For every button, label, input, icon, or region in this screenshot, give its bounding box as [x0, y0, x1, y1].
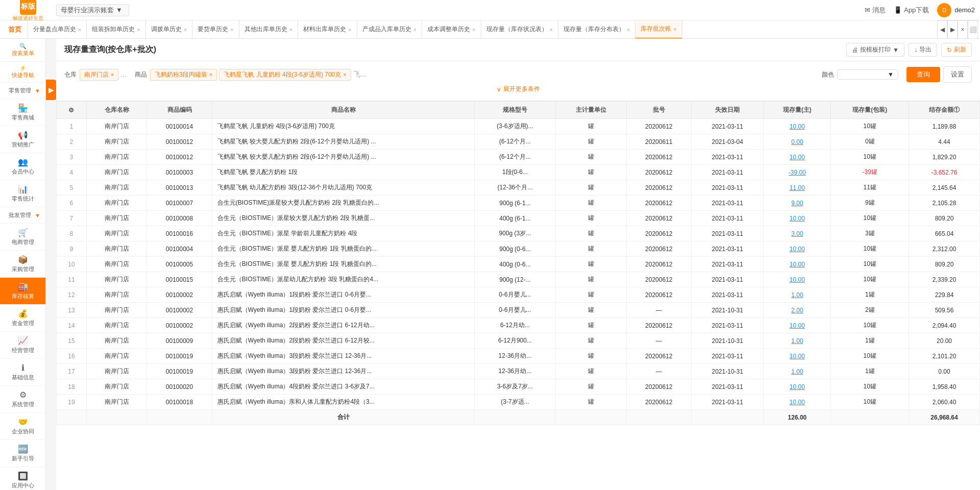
product-tag-1-close[interactable]: ×: [209, 71, 212, 78]
cell-warehouse: 南岸门店: [86, 134, 146, 150]
tab-inventory-status[interactable]: 现存量（库存状况表） ×: [481, 20, 558, 39]
table-header-row: ⚙ 仓库名称 商品编码 商品名称 规格型号 主计量单位 批号 失效日期 现存量(…: [57, 102, 980, 119]
row-number: 13: [57, 303, 87, 318]
tab-close-all-button[interactable]: ×: [958, 20, 968, 39]
sidebar-item-wholesale[interactable]: 批发管理 ▼: [0, 207, 45, 224]
cell-expiry: 2021-03-11: [692, 180, 764, 195]
cell-qty[interactable]: 10.00: [764, 379, 831, 395]
col-settings[interactable]: ⚙: [57, 102, 87, 119]
settings-button[interactable]: 设置: [943, 66, 972, 83]
tab-close-product-in[interactable]: ×: [413, 27, 416, 33]
cell-qty[interactable]: 10.00: [764, 211, 831, 226]
tab-product-in[interactable]: 产成品入库单历史 ×: [357, 20, 422, 39]
message-button[interactable]: ✉ 消息: [865, 6, 886, 15]
cell-qty[interactable]: 10.00: [764, 272, 831, 287]
expand-conditions[interactable]: ∨ 展开更多条件: [64, 83, 972, 95]
industry-selector[interactable]: 母婴行业演示账套 ▼: [56, 4, 129, 16]
cell-qty[interactable]: 10.00: [764, 119, 831, 134]
tab-close-inventory-status[interactable]: ×: [550, 27, 553, 33]
tab-batch-order[interactable]: 库存批次账 ×: [635, 20, 682, 39]
sidebar-item-corp-collab[interactable]: 🤝 企业协同: [0, 413, 45, 440]
tab-close-disassemble[interactable]: ×: [137, 27, 140, 33]
tab-inventory-dist[interactable]: 现存量（库存分布表） ×: [558, 20, 635, 39]
refresh-button[interactable]: ↻ 刷新: [941, 43, 972, 57]
cell-batch: —: [626, 303, 692, 318]
col-amount: 结存金额①: [909, 102, 980, 119]
search-button[interactable]: 查询: [906, 67, 940, 82]
sidebar-item-purchase[interactable]: 📦 采购管理: [0, 251, 45, 278]
sidebar-item-retail-mall[interactable]: 🏪 零售商城: [0, 99, 45, 126]
tab-prev-button[interactable]: ◀: [937, 20, 947, 39]
cell-qty[interactable]: 1.00: [764, 364, 831, 379]
sidebar-item-retail-mgmt[interactable]: 零售管理 ▼: [0, 83, 45, 99]
table-row: 13 南岸门店 00100002 惠氏启赋（Wyeth illuma）1段奶粉 …: [57, 303, 980, 318]
tab-close-mix[interactable]: ×: [184, 27, 187, 33]
sidebar-collapse-button[interactable]: ▶: [46, 80, 56, 100]
cell-qty[interactable]: -39.00: [764, 165, 831, 180]
sidebar-quick-nav[interactable]: ⚡ 快捷导航: [0, 62, 45, 83]
cell-qty[interactable]: 0.00: [764, 134, 831, 150]
tab-close-demand[interactable]: ×: [230, 27, 233, 33]
cell-unit: 罐: [555, 333, 626, 349]
sidebar-item-marketing[interactable]: 📢 营销推广: [0, 126, 45, 153]
summary-label: 合计: [212, 410, 474, 425]
warehouse-tag-close[interactable]: ×: [111, 71, 114, 78]
sidebar-search[interactable]: 🔍 搜索菜单: [0, 39, 45, 62]
cell-unit: 罐: [555, 226, 626, 241]
tab-close-batch-order[interactable]: ×: [673, 26, 676, 32]
sidebar-item-basic-info[interactable]: ℹ 基础信息: [0, 359, 45, 386]
nav-icon: ⚡: [3, 65, 42, 71]
tab-material-out[interactable]: 材料出库单历史 ×: [298, 20, 357, 39]
cell-warehouse: 南岸门店: [86, 333, 146, 349]
tab-close-material-out[interactable]: ×: [348, 27, 351, 33]
cell-qty[interactable]: 2.00: [764, 303, 831, 318]
cell-qty[interactable]: 10.00: [764, 150, 831, 165]
export-button[interactable]: ↓ 导出: [909, 43, 937, 57]
tab-close-cost-adjust[interactable]: ×: [472, 27, 475, 33]
cell-qty[interactable]: 10.00: [764, 349, 831, 364]
cell-unit: 罐: [555, 150, 626, 165]
export-icon: ↓: [914, 46, 917, 54]
product-tag-2-close[interactable]: ×: [343, 71, 346, 78]
tab-home[interactable]: 首页: [2, 20, 28, 39]
cell-unit: 罐: [555, 241, 626, 257]
sidebar-item-app-center[interactable]: 🔲 应用中心: [0, 467, 45, 490]
cell-qty[interactable]: 9.00: [764, 195, 831, 211]
cell-qty[interactable]: 3.00: [764, 226, 831, 241]
cell-qty[interactable]: 10.00: [764, 257, 831, 272]
app-download-button[interactable]: 📱 App下载: [894, 6, 929, 15]
template-print-button[interactable]: 🖨 按模板打印 ▼: [846, 43, 904, 57]
cell-qty[interactable]: 1.00: [764, 287, 831, 303]
tab-demand[interactable]: 要货单历史 ×: [192, 20, 239, 39]
cell-qty[interactable]: 10.00: [764, 241, 831, 257]
cell-batch: 20200612: [626, 226, 692, 241]
tab-close-other-out[interactable]: ×: [289, 27, 292, 33]
cell-code: 00100020: [147, 379, 212, 395]
tab-mix[interactable]: 调拨单历史 ×: [146, 20, 192, 39]
sidebar-item-retail-stats[interactable]: 📊 零售统计: [0, 180, 45, 207]
cell-unit: 罐: [555, 303, 626, 318]
cell-spec: 1段(0-6...: [475, 165, 555, 180]
tab-next-button[interactable]: ▶: [947, 20, 958, 39]
tab-split-count[interactable]: 分量盘点单历史 ×: [28, 20, 87, 39]
sidebar-item-finance[interactable]: 💰 资金管理: [0, 305, 45, 332]
sidebar-item-member[interactable]: 👥 会员中心: [0, 153, 45, 180]
tab-other-out[interactable]: 其他出库单历史 ×: [239, 20, 298, 39]
tab-close-inventory-dist[interactable]: ×: [627, 27, 630, 33]
sidebar-item-ecommerce[interactable]: 🛒 电商管理: [0, 224, 45, 251]
cell-qty[interactable]: 10.00: [764, 318, 831, 333]
sidebar-item-new-guide[interactable]: 🆕 新手引导: [0, 440, 45, 467]
tab-maximize-button[interactable]: ⬜: [968, 20, 978, 39]
tab-disassemble[interactable]: 组装拆卸单历史 ×: [87, 20, 145, 39]
cell-batch: 20200612: [626, 119, 692, 134]
sidebar-item-inventory[interactable]: 🏭 库存核算: [0, 278, 45, 305]
cell-qty[interactable]: 10.00: [764, 395, 831, 410]
sidebar-item-ops[interactable]: 📈 经营管理: [0, 332, 45, 359]
cell-name: 飞鹤星飞帆 儿童奶粉 4段(3-6岁适用) 700克: [212, 119, 474, 134]
tab-close-split-count[interactable]: ×: [78, 27, 81, 33]
cell-qty[interactable]: 1.00: [764, 333, 831, 349]
cell-qty[interactable]: 11.00: [764, 180, 831, 195]
tab-cost-adjust[interactable]: 成本调整单历史 ×: [422, 20, 481, 39]
sidebar-item-sys-mgmt[interactable]: ⚙ 系统管理: [0, 386, 45, 413]
color-select[interactable]: ▼: [837, 69, 898, 80]
